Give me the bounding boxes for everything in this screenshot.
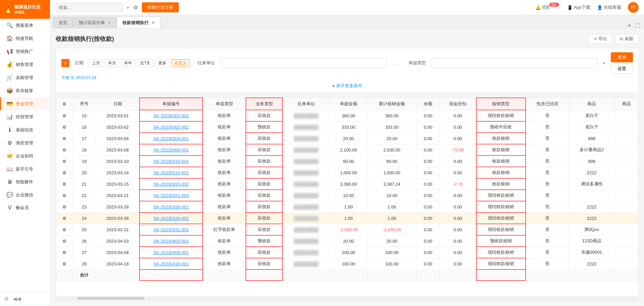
doc-no-link[interactable]: SK-20230314-001 [153, 170, 189, 175]
sidebar-item-member[interactable]: V畅会员 [0, 201, 50, 214]
cell-settings[interactable]: ⚙ [56, 110, 73, 121]
doc-no-link[interactable]: SK-20230328-001 [153, 204, 189, 209]
tab-tab3[interactable]: 收款核销执行✕ [117, 17, 160, 28]
query-button[interactable]: 查询 [611, 52, 633, 62]
cell-settings[interactable]: ⚙ [56, 201, 73, 212]
doc-no-link[interactable]: SK-20230301-002 [153, 113, 189, 118]
cell-doc_no[interactable]: SK-20230304-001 [140, 133, 203, 144]
gear-icon[interactable]: ⚙ [133, 4, 138, 11]
tab-tab2[interactable]: 预计应应付单✕ [73, 17, 117, 28]
col-header-settings[interactable]: ⚙ [56, 98, 73, 110]
this-month-btn[interactable]: 本月 [105, 59, 119, 67]
doc-no-link[interactable]: SK-20230308-001 [153, 147, 189, 152]
cell-doc_no[interactable]: SK-20230308-001 [140, 144, 203, 156]
export-button[interactable]: ↗ 导出 [588, 34, 612, 44]
sidebar-item-enterprise[interactable]: 🤝企业协同 [0, 149, 50, 163]
col-header-biz_type[interactable]: 业务类型 [246, 98, 282, 110]
col-header-discount[interactable]: 现金折扣 [440, 98, 476, 110]
col-header-cumulative[interactable]: 累计核销金额 [367, 98, 416, 110]
refresh-button[interactable]: ↻ 刷新 [615, 34, 639, 44]
cell-settings[interactable]: ⚙ [56, 144, 73, 156]
search-input[interactable] [56, 3, 123, 12]
col-header-date[interactable]: 日期 [96, 98, 140, 110]
col-header-counterparty[interactable]: 往来单位 [282, 98, 330, 110]
cell-doc_no[interactable]: SK-20230418-001 [140, 258, 203, 269]
table-wrapper[interactable]: ⚙序号日期单据编号单据类型业务类型往来单位单据金额累计核销金额余额现金折扣核销类… [56, 98, 638, 296]
cell-settings[interactable]: ⚙ [56, 235, 73, 247]
doc-no-link[interactable]: SK-20230331-002 [153, 227, 189, 232]
dropdown-arrow[interactable]: ▾ [127, 5, 129, 10]
cell-settings[interactable]: ⚙ [56, 190, 73, 201]
sidebar-item-basic[interactable]: ℹ基础信息 [0, 123, 50, 136]
industry-solution-button[interactable]: 体验行业方案 [142, 2, 179, 12]
sidebar-item-system[interactable]: ⚙系统管理 [0, 136, 50, 149]
col-header-write_off_type[interactable]: 核销类型 [476, 98, 526, 110]
scrollbar-thumb[interactable] [77, 297, 145, 300]
last-7days-btn[interactable]: 近7天 [137, 59, 154, 67]
counterparty-input[interactable] [220, 58, 387, 68]
cell-settings[interactable]: ⚙ [56, 224, 73, 235]
col-header-doc_amount[interactable]: 单据金额 [330, 98, 367, 110]
custom-date-btn[interactable]: 自定义 [171, 59, 190, 67]
close-window-icon[interactable]: ✕ [628, 23, 631, 28]
cell-settings[interactable]: ⚙ [56, 167, 73, 178]
sidebar-item-purchase[interactable]: 🛒采购管理 [0, 71, 50, 84]
cell-settings[interactable]: ⚙ [56, 258, 73, 269]
cell-settings[interactable]: ⚙ [56, 121, 73, 133]
sidebar-item-finance[interactable]: 💳资金管理 [0, 97, 50, 110]
col-header-goods[interactable]: 商品 [569, 98, 615, 110]
user-avatar[interactable]: Rit [628, 2, 639, 13]
collapse-filter-btn[interactable]: » [61, 59, 69, 67]
cell-doc_no[interactable]: SK-20230301-002 [140, 110, 203, 121]
cell-doc_no[interactable]: SK-20230331-002 [140, 224, 203, 235]
sidebar-item-quick[interactable]: 🏠快捷导航 [0, 32, 50, 45]
cell-doc_no[interactable]: SK-20230408-001 [140, 247, 203, 258]
more-date-btn[interactable]: 更多 [155, 59, 169, 67]
sidebar-item-operation[interactable]: 📊经营管理 [0, 110, 50, 123]
cell-doc_no[interactable]: SK-20230328-002 [140, 212, 203, 224]
col-header-doc_no[interactable]: 单据编号 [140, 98, 203, 110]
tab-close-icon[interactable]: ✕ [108, 20, 111, 25]
cell-doc_no[interactable]: SK-20230310-001 [140, 156, 203, 167]
doc-no-link[interactable]: SK-20230304-001 [153, 136, 189, 141]
expand-filter-btn[interactable]: ▾ 展开更多条件 [61, 83, 633, 89]
tab-close-icon[interactable]: ✕ [151, 20, 155, 25]
doc-type-input[interactable] [431, 58, 598, 68]
doc-no-link[interactable]: SK-20230302-002 [153, 125, 189, 130]
doc-no-link[interactable]: SK-20230315-002 [153, 182, 189, 187]
maximize-icon[interactable]: ⛶ [635, 23, 640, 28]
cell-doc_no[interactable]: SK-20230328-001 [140, 201, 203, 212]
app-download[interactable]: 📱 App下载 [567, 4, 590, 10]
cell-doc_no[interactable]: SK-20230302-002 [140, 121, 203, 133]
doc-no-link[interactable]: SK-20230403-002 [153, 239, 189, 244]
cell-settings[interactable]: ⚙ [56, 133, 73, 144]
cell-doc_no[interactable]: SK-20230315-002 [140, 178, 203, 190]
col-header-doc_type[interactable]: 单据类型 [203, 98, 246, 110]
col-header-include_settled[interactable]: 包含已结清 [526, 98, 569, 110]
online-service[interactable]: 👤 在线客服 [597, 4, 621, 10]
horizontal-scrollbar[interactable] [56, 296, 638, 300]
cell-doc_no[interactable]: SK-20230403-002 [140, 235, 203, 247]
doc-type-dropdown-icon[interactable]: ▾ [603, 61, 605, 66]
doc-no-link[interactable]: SK-20230310-001 [153, 159, 189, 164]
sidebar-item-search[interactable]: 🔍搜索菜单 [0, 19, 50, 32]
message-area[interactable]: 🔔 消息 99+ [535, 4, 560, 10]
settings-icon[interactable]: ⚙ [4, 296, 9, 302]
sidebar-item-marketing[interactable]: 📢营销推广 [0, 45, 50, 58]
cell-settings[interactable]: ⚙ [56, 178, 73, 190]
tab-tab1[interactable]: 首页 [53, 17, 73, 28]
doc-no-link[interactable]: SK-20230418-001 [153, 261, 189, 266]
last-month-btn[interactable]: 上月 [89, 59, 103, 67]
sidebar-item-hardware[interactable]: 🖥智能硬件 [0, 176, 50, 188]
col-header-balance[interactable]: 余额 [416, 98, 439, 110]
this-year-btn[interactable]: 本年 [121, 59, 135, 67]
doc-no-link[interactable]: SK-20230408-001 [153, 250, 189, 255]
doc-no-link[interactable]: SK-20230328-002 [153, 216, 189, 221]
cell-settings[interactable]: ⚙ [56, 156, 73, 167]
cell-settings[interactable]: ⚙ [56, 247, 73, 258]
doc-no-link[interactable]: SK-20230321-003 [153, 193, 189, 198]
cell-doc_no[interactable]: SK-20230321-003 [140, 190, 203, 201]
cell-settings[interactable]: ⚙ [56, 212, 73, 224]
setting-button[interactable]: 设置 [611, 64, 633, 74]
sidebar-item-guide[interactable]: 📖新手引导 [0, 163, 50, 176]
